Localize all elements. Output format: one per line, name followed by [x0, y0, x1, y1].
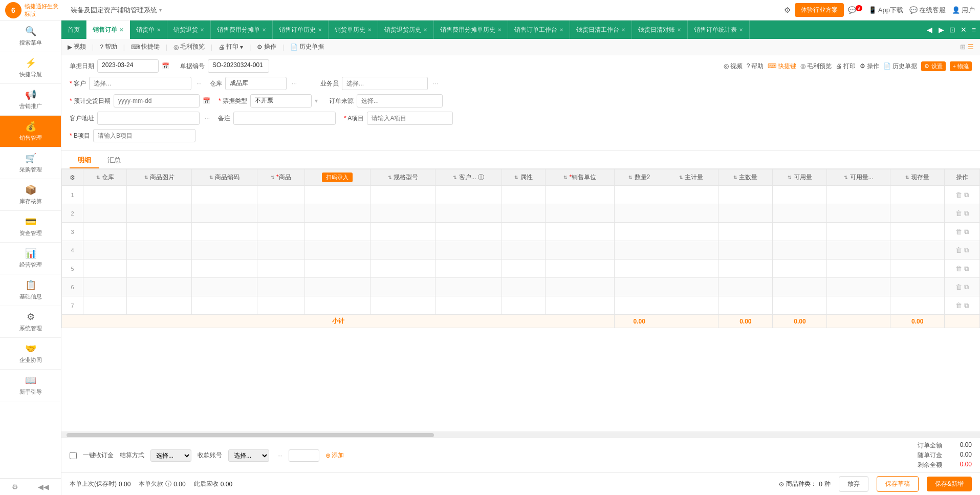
row-image-5[interactable]	[127, 278, 192, 296]
account-more-icon[interactable]: ···	[277, 452, 282, 459]
row-scan-4[interactable]	[304, 260, 370, 278]
row-main-unit-4[interactable]	[664, 260, 718, 278]
row-main-unit-3[interactable]	[664, 241, 718, 260]
sidebar-item-5[interactable]: 📦库存核算	[0, 179, 61, 211]
tab-close-icon-2[interactable]: ✕	[157, 27, 161, 33]
tab-item-1[interactable]: 销售订单✕	[86, 20, 130, 39]
row-product-2[interactable]	[257, 223, 304, 241]
row-stock-1[interactable]	[890, 204, 945, 223]
row-warehouse-4[interactable]	[83, 260, 127, 278]
tab-close-icon-11[interactable]: ✕	[677, 27, 681, 33]
row-main-qty-2[interactable]	[718, 223, 773, 241]
sidebar-item-10[interactable]: 🤝企业协同	[0, 338, 61, 370]
one-click-checkbox[interactable]	[70, 452, 77, 459]
row-customer-code-4[interactable]	[435, 260, 502, 278]
profit-btn[interactable]: ◎ 毛利预览	[800, 62, 832, 71]
row-main-unit-6[interactable]	[664, 296, 718, 315]
row-copy-btn-5[interactable]: ⧉	[964, 283, 969, 291]
row-main-qty-6[interactable]	[718, 296, 773, 315]
row-image-0[interactable]	[127, 186, 192, 204]
delivery-calendar-icon[interactable]: 📅	[203, 97, 210, 104]
row-product-0[interactable]	[257, 186, 304, 204]
row-qty2-4[interactable]	[615, 260, 664, 278]
sidebar-item-8[interactable]: 📋基础信息	[0, 274, 61, 306]
row-customer-code-6[interactable]	[435, 296, 502, 315]
row-delete-btn-5[interactable]: 🗑	[955, 283, 962, 291]
row-available-6[interactable]	[773, 296, 827, 315]
row-attribute-4[interactable]	[502, 260, 545, 278]
tab-item-5[interactable]: 销售订单历史✕	[273, 20, 329, 39]
row-delete-btn-4[interactable]: 🗑	[955, 265, 962, 273]
row-customer-code-3[interactable]	[435, 241, 502, 260]
sidebar-item-1[interactable]: ⚡快捷导航	[0, 52, 61, 84]
tab-item-0[interactable]: 首页	[61, 20, 86, 39]
row-spec-2[interactable]	[371, 223, 435, 241]
row-sales-unit-1[interactable]	[545, 204, 614, 223]
b-project-input[interactable]	[93, 129, 195, 142]
row-code-4[interactable]	[192, 260, 257, 278]
user-menu[interactable]: 👤 用户	[952, 6, 975, 15]
tab-fullscreen-btn[interactable]: ⊡	[947, 25, 957, 35]
row-spec-3[interactable]	[371, 241, 435, 260]
address-more-icon[interactable]: ···	[205, 115, 210, 122]
solution-button[interactable]: 体验行业方案	[795, 3, 844, 17]
tab-item-9[interactable]: 销售订单工作台✕	[508, 20, 570, 39]
row-code-6[interactable]	[192, 296, 257, 315]
sidebar-settings-icon[interactable]: ⚙	[12, 483, 18, 491]
row-scan-6[interactable]	[304, 296, 370, 315]
row-stock-2[interactable]	[890, 223, 945, 241]
tab-summary[interactable]: 汇总	[99, 153, 129, 168]
sidebar-item-9[interactable]: ⚙系统管理	[0, 306, 61, 338]
row-warehouse-3[interactable]	[83, 241, 127, 260]
sort-icon[interactable]: ⇅	[514, 175, 518, 180]
settlement-select[interactable]: 选择...	[150, 449, 191, 462]
sort-icon[interactable]: ⇅	[733, 175, 737, 180]
row-attribute-6[interactable]	[502, 296, 545, 315]
invoice-type-dropdown-icon[interactable]: ▾	[315, 97, 318, 104]
row-available-4[interactable]	[773, 260, 827, 278]
sidebar-item-7[interactable]: 📊经营管理	[0, 243, 61, 274]
sort-icon[interactable]: ⇅	[271, 175, 275, 180]
row-code-1[interactable]	[192, 204, 257, 223]
tab-close-icon-6[interactable]: ✕	[367, 27, 372, 33]
row-qty2-2[interactable]	[615, 223, 664, 241]
add-logistics-btn[interactable]: + 物流	[950, 61, 972, 71]
row-warehouse-2[interactable]	[83, 223, 127, 241]
sort-icon[interactable]: ⇅	[209, 175, 213, 180]
dropdown-arrow-icon[interactable]: ▾	[159, 7, 162, 13]
scroll-thumb[interactable]	[67, 433, 434, 437]
tab-close-icon-12[interactable]: ✕	[739, 27, 743, 33]
toolbar-profit[interactable]: ◎ 毛利预览	[173, 42, 205, 51]
row-delete-btn-3[interactable]: 🗑	[955, 246, 962, 254]
row-stock-5[interactable]	[890, 278, 945, 296]
row-copy-btn-0[interactable]: ⧉	[964, 191, 969, 199]
row-spec-1[interactable]	[371, 204, 435, 223]
tab-item-4[interactable]: 销售费用分摊单✕	[211, 20, 273, 39]
sidebar-item-3[interactable]: 💰销售管理	[0, 116, 61, 147]
row-product-6[interactable]	[257, 296, 304, 315]
row-qty2-0[interactable]	[615, 186, 664, 204]
print-btn[interactable]: 🖨 打印	[836, 62, 856, 71]
row-stock-4[interactable]	[890, 260, 945, 278]
tab-prev-btn[interactable]: ◀	[924, 26, 935, 34]
row-warehouse-0[interactable]	[83, 186, 127, 204]
table-container[interactable]: ⚙ ⇅ 仓库 ⇅ 商品图片 ⇅ 商品编码	[61, 169, 980, 432]
toolbar-history[interactable]: 📄 历史单据	[290, 42, 324, 51]
row-image-1[interactable]	[127, 204, 192, 223]
row-main-unit-5[interactable]	[664, 278, 718, 296]
row-main-qty-1[interactable]	[718, 204, 773, 223]
tab-item-11[interactable]: 钱货日清对账✕	[632, 20, 688, 39]
row-stock-6[interactable]	[890, 296, 945, 315]
sidebar-item-0[interactable]: 🔍搜索菜单	[0, 20, 61, 52]
row-attribute-3[interactable]	[502, 241, 545, 260]
customer-code-info-icon[interactable]: ⓘ	[478, 174, 484, 181]
toolbar-view[interactable]: ▶ 视频	[68, 42, 86, 51]
payment-amount-input[interactable]: 0.00	[289, 449, 319, 462]
toolbar-help[interactable]: ? 帮助	[100, 42, 117, 51]
row-qty2-1[interactable]	[615, 204, 664, 223]
row-qty2-6[interactable]	[615, 296, 664, 315]
row-delete-btn-2[interactable]: 🗑	[955, 228, 962, 236]
row-product-1[interactable]	[257, 204, 304, 223]
row-copy-btn-3[interactable]: ⧉	[964, 246, 969, 254]
sidebar-item-6[interactable]: 💳资金管理	[0, 211, 61, 243]
